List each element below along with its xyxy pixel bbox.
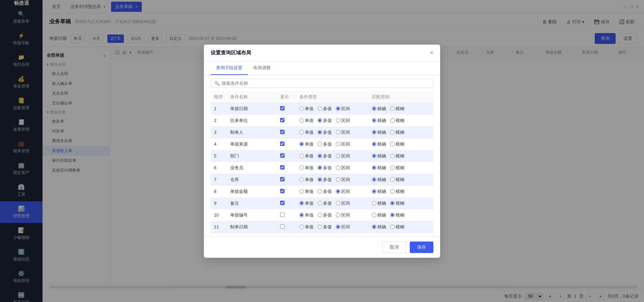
radio-range[interactable]: 区间: [336, 129, 350, 135]
show-checkbox[interactable]: [280, 224, 285, 229]
table-row: 5部门 单值 多值 区间 精确 模糊: [211, 150, 433, 162]
radio-fuzzy[interactable]: 模糊: [390, 153, 404, 159]
radio-range[interactable]: 区间: [336, 141, 350, 147]
radio-range[interactable]: 区间: [336, 200, 350, 206]
modal-tab-fields[interactable]: 查询字段设置: [211, 61, 248, 75]
cell-match: 精确 模糊: [369, 185, 433, 197]
radio-fuzzy[interactable]: 模糊: [390, 188, 404, 195]
radio-multi[interactable]: 多值: [318, 200, 332, 206]
radio-single[interactable]: 单值: [299, 200, 314, 206]
radio-exact[interactable]: 精确: [372, 129, 386, 135]
show-checkbox[interactable]: [280, 212, 285, 217]
cell-show: [277, 174, 296, 185]
radio-multi[interactable]: 多值: [318, 188, 332, 195]
cell-show: [277, 185, 296, 197]
radio-range[interactable]: 区间: [336, 165, 350, 171]
radio-fuzzy[interactable]: 模糊: [390, 141, 404, 147]
radio-fuzzy[interactable]: 模糊: [390, 224, 404, 230]
show-checkbox[interactable]: [280, 118, 285, 122]
radio-multi[interactable]: 多值: [318, 224, 332, 230]
show-checkbox[interactable]: [280, 106, 285, 110]
radio-single[interactable]: 单值: [299, 153, 314, 159]
radio-multi[interactable]: 多值: [318, 212, 332, 218]
radio-exact[interactable]: 精确: [372, 188, 386, 195]
cell-name: 制单人: [227, 126, 276, 138]
cell-type: 单值 多值 区间: [296, 221, 369, 233]
radio-fuzzy[interactable]: 模糊: [390, 212, 404, 218]
radio-multi[interactable]: 多值: [318, 141, 332, 147]
radio-single[interactable]: 单值: [299, 118, 314, 124]
cell-order: 9: [211, 197, 227, 209]
radio-range[interactable]: 区间: [336, 188, 350, 195]
radio-exact[interactable]: 精确: [372, 224, 386, 230]
show-checkbox[interactable]: [280, 142, 285, 146]
radio-range[interactable]: 区间: [336, 153, 350, 159]
radio-single[interactable]: 单值: [299, 141, 314, 147]
radio-exact[interactable]: 精确: [372, 153, 386, 159]
cell-name: 业务员: [227, 162, 276, 174]
radio-range[interactable]: 区间: [336, 106, 350, 112]
show-checkbox[interactable]: [280, 201, 285, 205]
radio-multi[interactable]: 多值: [318, 177, 332, 183]
cell-order: 4: [211, 138, 227, 150]
table-row: 3制单人 单值 多值 区间 精确 模糊: [211, 126, 433, 138]
radio-fuzzy[interactable]: 模糊: [390, 200, 404, 206]
cell-order: 10: [211, 209, 227, 221]
radio-multi[interactable]: 多值: [318, 106, 332, 112]
show-checkbox[interactable]: [280, 130, 285, 134]
radio-single[interactable]: 单值: [299, 177, 314, 183]
radio-fuzzy[interactable]: 模糊: [390, 165, 404, 171]
cell-order: 5: [211, 150, 227, 162]
radio-single[interactable]: 单值: [299, 224, 314, 230]
radio-range[interactable]: 区间: [336, 118, 350, 124]
radio-range[interactable]: 区间: [336, 212, 350, 218]
cell-order: 2: [211, 115, 227, 126]
radio-range[interactable]: 区间: [336, 224, 350, 230]
cell-type: 单值 多值 区间: [296, 197, 369, 209]
show-checkbox[interactable]: [280, 177, 285, 181]
radio-single[interactable]: 单值: [299, 129, 314, 135]
save-button[interactable]: 保存: [410, 242, 433, 253]
modal-overlay[interactable]: 设置查询区域布局 × 查询字段设置 布局调整 🔍 顺序 条件名称: [0, 0, 644, 302]
cell-name: 单据金额: [227, 185, 276, 197]
cell-show: [277, 197, 296, 209]
radio-exact[interactable]: 精确: [372, 141, 386, 147]
cancel-button[interactable]: 取消: [382, 242, 406, 253]
modal-search-input[interactable]: [222, 81, 430, 86]
table-row: 6业务员 单值 多值 区间 精确 模糊: [211, 162, 433, 174]
radio-multi[interactable]: 多值: [318, 129, 332, 135]
modal-tab-layout[interactable]: 布局调整: [248, 61, 276, 75]
radio-exact[interactable]: 精确: [372, 118, 386, 124]
cell-match: 精确 模糊: [369, 162, 433, 174]
th-name: 条件名称: [227, 91, 276, 103]
modal-close-button[interactable]: ×: [430, 49, 433, 56]
th-match: 匹配原则: [369, 91, 433, 103]
radio-fuzzy[interactable]: 模糊: [390, 129, 404, 135]
cell-show: [277, 126, 296, 138]
search-input-wrap: 🔍: [211, 79, 433, 88]
radio-fuzzy[interactable]: 模糊: [390, 177, 404, 183]
cell-show: [277, 103, 296, 115]
radio-single[interactable]: 单值: [299, 212, 314, 218]
radio-exact[interactable]: 精确: [372, 165, 386, 171]
search-icon: 🔍: [214, 81, 220, 86]
cell-match: 精确 模糊: [369, 197, 433, 209]
show-checkbox[interactable]: [280, 153, 285, 158]
cell-name: 单据日期: [227, 103, 276, 115]
radio-exact[interactable]: 精确: [372, 177, 386, 183]
radio-exact[interactable]: 精确: [372, 200, 386, 206]
radio-exact[interactable]: 精确: [372, 212, 386, 218]
radio-range[interactable]: 区间: [336, 177, 350, 183]
radio-single[interactable]: 单值: [299, 188, 314, 195]
cell-show: [277, 150, 296, 162]
radio-multi[interactable]: 多值: [318, 118, 332, 124]
radio-single[interactable]: 单值: [299, 106, 314, 112]
show-checkbox[interactable]: [280, 165, 285, 170]
radio-exact[interactable]: 精确: [372, 106, 386, 112]
radio-multi[interactable]: 多值: [318, 165, 332, 171]
radio-single[interactable]: 单值: [299, 165, 314, 171]
radio-multi[interactable]: 多值: [318, 153, 332, 159]
show-checkbox[interactable]: [280, 189, 285, 193]
radio-fuzzy[interactable]: 模糊: [390, 118, 404, 124]
radio-fuzzy[interactable]: 模糊: [390, 106, 404, 112]
